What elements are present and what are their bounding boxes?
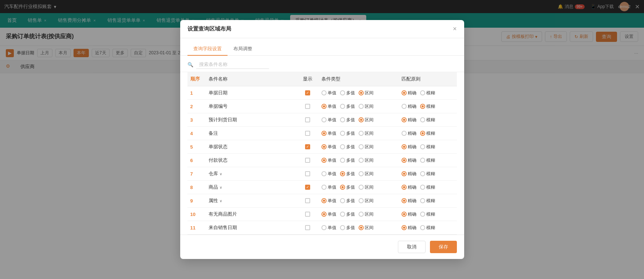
radio-type-单值-10[interactable]: 单值	[321, 225, 336, 231]
radio-match-精确-6[interactable]: 精确	[402, 171, 416, 177]
cell-display-7[interactable]	[297, 181, 319, 194]
radio-type-区间-2[interactable]: 区间	[359, 117, 374, 123]
name-with-expand[interactable]: 仓库 ∨	[209, 170, 294, 177]
dialog-close-button[interactable]: ×	[453, 25, 457, 33]
radio-match-精确-3[interactable]: 精确	[402, 130, 416, 137]
radio-match-精确-8[interactable]: 精确	[402, 198, 416, 204]
cell-display-10[interactable]	[297, 221, 319, 235]
checkbox-display-3[interactable]	[300, 131, 316, 136]
radio-type-单值-5[interactable]: 单值	[321, 157, 336, 164]
radio-type-区间-6[interactable]: 区间	[359, 171, 374, 177]
radio-match-模糊-1[interactable]: 模糊	[420, 103, 435, 110]
radio-type-多值-6[interactable]: 多值	[340, 171, 355, 177]
checkbox-display-6[interactable]	[300, 171, 316, 176]
radio-match-模糊-10[interactable]: 模糊	[420, 225, 435, 231]
checkbox-inner-10[interactable]	[305, 225, 310, 230]
radio-type-单值-9[interactable]: 单值	[321, 211, 336, 217]
radio-type-单值-8[interactable]: 单值	[321, 198, 336, 204]
radio-type-单值-0[interactable]: 单值	[321, 90, 336, 96]
radio-type-区间-10[interactable]: 区间	[359, 225, 374, 231]
radio-type-多值-3[interactable]: 多值	[340, 130, 355, 137]
checkbox-display-7[interactable]	[300, 185, 316, 190]
expand-icon[interactable]: ∨	[220, 199, 222, 203]
radio-match-精确-10[interactable]: 精确	[402, 225, 416, 231]
cancel-button[interactable]: 取消	[398, 241, 426, 253]
radio-match-精确-4[interactable]: 精确	[402, 144, 416, 150]
checkbox-display-2[interactable]	[300, 117, 316, 122]
checkbox-display-4[interactable]	[300, 144, 316, 149]
radio-type-单值-7[interactable]: 单值	[321, 184, 336, 190]
radio-type-多值-8[interactable]: 多值	[340, 198, 355, 204]
radio-type-单值-6[interactable]: 单值	[321, 171, 336, 177]
radio-type-区间-8[interactable]: 区间	[359, 198, 374, 204]
cell-display-9[interactable]	[297, 208, 319, 221]
checkbox-display-0[interactable]	[300, 90, 316, 95]
checkbox-display-5[interactable]	[300, 158, 316, 163]
radio-type-多值-10[interactable]: 多值	[340, 225, 355, 231]
radio-type-单值-4[interactable]: 单值	[321, 144, 336, 150]
cell-display-2[interactable]	[297, 113, 319, 127]
checkbox-inner-5[interactable]	[305, 158, 310, 163]
name-with-expand[interactable]: 属性 ∨	[209, 197, 294, 204]
checkbox-inner-8[interactable]	[305, 198, 310, 203]
radio-match-精确-9[interactable]: 精确	[402, 211, 416, 217]
radio-type-区间-9[interactable]: 区间	[359, 211, 374, 217]
cell-display-3[interactable]	[297, 127, 319, 140]
search-input[interactable]	[196, 60, 269, 69]
radio-type-多值-0[interactable]: 多值	[340, 90, 355, 96]
cell-name-7[interactable]: 商品 ∨	[206, 181, 297, 194]
cell-display-0[interactable]	[297, 86, 319, 100]
cell-name-6[interactable]: 仓库 ∨	[206, 167, 297, 181]
radio-match-模糊-0[interactable]: 模糊	[420, 90, 435, 96]
cell-display-6[interactable]	[297, 167, 319, 181]
radio-match-模糊-5[interactable]: 模糊	[420, 157, 435, 164]
cell-display-4[interactable]	[297, 140, 319, 154]
radio-match-模糊-8[interactable]: 模糊	[420, 198, 435, 204]
checkbox-display-1[interactable]	[300, 104, 316, 109]
expand-icon[interactable]: ∨	[220, 172, 222, 176]
radio-type-单值-3[interactable]: 单值	[321, 130, 336, 137]
radio-type-多值-5[interactable]: 多值	[340, 157, 355, 164]
radio-match-模糊-3[interactable]: 模糊	[420, 130, 435, 137]
radio-match-精确-7[interactable]: 精确	[402, 184, 416, 190]
radio-type-多值-2[interactable]: 多值	[340, 117, 355, 123]
radio-match-模糊-6[interactable]: 模糊	[420, 171, 435, 177]
checkbox-inner-0[interactable]	[305, 90, 310, 95]
radio-type-区间-5[interactable]: 区间	[359, 157, 374, 164]
cell-name-8[interactable]: 属性 ∨	[206, 194, 297, 208]
radio-type-单值-1[interactable]: 单值	[321, 103, 336, 110]
checkbox-display-8[interactable]	[300, 198, 316, 203]
checkbox-display-9[interactable]	[300, 212, 316, 217]
radio-match-模糊-4[interactable]: 模糊	[420, 144, 435, 150]
checkbox-inner-6[interactable]	[305, 171, 310, 176]
radio-match-精确-0[interactable]: 精确	[402, 90, 416, 96]
checkbox-inner-1[interactable]	[305, 104, 310, 109]
radio-type-多值-9[interactable]: 多值	[340, 211, 355, 217]
radio-type-区间-3[interactable]: 区间	[359, 130, 374, 137]
radio-type-区间-4[interactable]: 区间	[359, 144, 374, 150]
dialog-tab-layout[interactable]: 布局调整	[228, 43, 258, 56]
checkbox-display-10[interactable]	[300, 225, 316, 230]
radio-type-多值-4[interactable]: 多值	[340, 144, 355, 150]
radio-type-多值-7[interactable]: 多值	[340, 184, 355, 190]
radio-type-区间-1[interactable]: 区间	[359, 103, 374, 110]
expand-icon[interactable]: ∨	[220, 185, 222, 189]
dialog-tab-fields[interactable]: 查询字段设置	[187, 43, 228, 56]
checkbox-inner-2[interactable]	[305, 117, 310, 122]
cell-display-5[interactable]	[297, 154, 319, 167]
radio-type-区间-0[interactable]: 区间	[359, 90, 374, 96]
cell-display-8[interactable]	[297, 194, 319, 208]
radio-match-模糊-7[interactable]: 模糊	[420, 184, 435, 190]
radio-type-单值-2[interactable]: 单值	[321, 117, 336, 123]
radio-match-精确-5[interactable]: 精确	[402, 157, 416, 164]
checkbox-inner-3[interactable]	[305, 131, 310, 136]
checkbox-inner-4[interactable]	[305, 144, 310, 149]
radio-match-精确-2[interactable]: 精确	[402, 117, 416, 123]
radio-match-模糊-9[interactable]: 模糊	[420, 211, 435, 217]
radio-type-区间-7[interactable]: 区间	[359, 184, 374, 190]
radio-type-多值-1[interactable]: 多值	[340, 103, 355, 110]
cell-display-1[interactable]	[297, 100, 319, 113]
save-button[interactable]: 保存	[430, 241, 457, 253]
radio-match-精确-1[interactable]: 精确	[402, 103, 416, 110]
radio-match-模糊-2[interactable]: 模糊	[420, 117, 435, 123]
